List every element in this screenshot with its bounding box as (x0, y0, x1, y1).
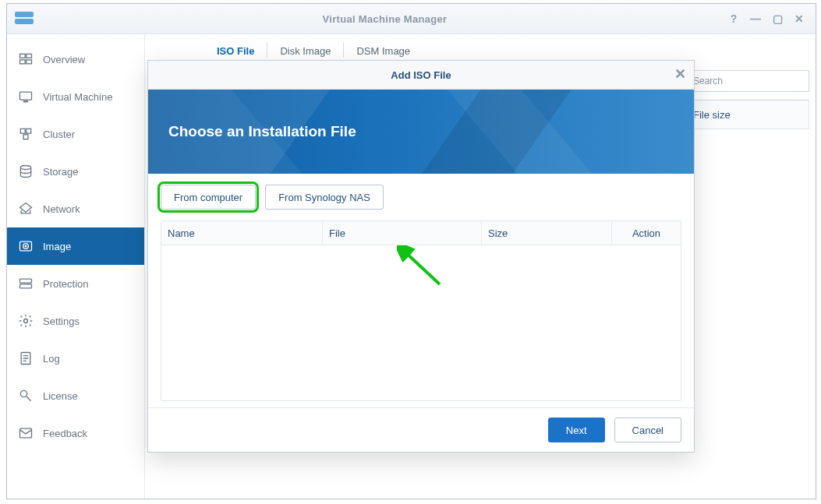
image-icon (18, 238, 34, 254)
search-input[interactable]: Search (686, 70, 809, 92)
sidebar-item-cluster[interactable]: Cluster (7, 115, 144, 153)
svg-point-12 (25, 245, 27, 247)
modal-close-icon[interactable]: ✕ (674, 67, 686, 81)
modal-footer: Next Cancel (148, 407, 694, 452)
app-window: Virtual Machine Manager ? — ▢ ✕ Overview… (6, 3, 816, 499)
cluster-icon (18, 126, 34, 142)
sidebar-item-label: Settings (43, 315, 80, 327)
svg-rect-18 (20, 428, 32, 438)
sidebar-item-label: Virtual Machine (43, 91, 112, 103)
sidebar-item-label: Feedback (43, 428, 87, 439)
overview-icon (18, 51, 34, 67)
sidebar-item-label: Storage (43, 166, 79, 178)
minimize-icon[interactable]: — (750, 13, 761, 24)
search-placeholder: Search (693, 76, 723, 86)
column-header-file[interactable]: File (323, 221, 482, 245)
from-computer-button[interactable]: From computer (161, 185, 256, 210)
svg-rect-10 (20, 241, 32, 251)
sidebar-item-overview[interactable]: Overview (7, 41, 144, 78)
cancel-button[interactable]: Cancel (614, 418, 681, 442)
sidebar-item-feedback[interactable]: Feedback (7, 414, 144, 452)
svg-rect-14 (20, 284, 32, 288)
column-header-action[interactable]: Action (612, 221, 681, 245)
app-icon (15, 12, 34, 26)
maximize-icon[interactable]: ▢ (772, 13, 783, 24)
sidebar-item-protection[interactable]: Protection (7, 265, 144, 302)
sidebar-item-label: License (43, 390, 78, 402)
svg-rect-13 (20, 279, 32, 283)
close-icon[interactable]: ✕ (794, 13, 805, 24)
sidebar-item-settings[interactable]: Settings (7, 302, 144, 340)
svg-rect-5 (24, 101, 28, 102)
next-button[interactable]: Next (548, 418, 605, 442)
svg-point-9 (20, 166, 30, 170)
help-icon[interactable]: ? (728, 13, 739, 24)
modal-banner: Choose an Installation File (148, 90, 694, 174)
sidebar-item-label: Network (43, 203, 80, 215)
svg-rect-0 (20, 54, 26, 58)
vm-icon (18, 89, 34, 104)
sidebar-item-virtual-machine[interactable]: Virtual Machine (7, 78, 144, 115)
protection-icon (18, 276, 34, 291)
storage-icon (18, 164, 34, 179)
svg-rect-6 (20, 129, 25, 133)
modal-title: Add ISO File (391, 69, 451, 81)
sidebar-item-log[interactable]: Log (7, 340, 144, 377)
svg-rect-8 (23, 135, 28, 139)
sidebar-item-license[interactable]: License (7, 377, 144, 414)
add-iso-modal: Add ISO File ✕ Choose an Installation Fi… (147, 60, 695, 453)
sidebar: Overview Virtual Machine Cluster Storage… (7, 34, 145, 499)
window-title: Virtual Machine Manager (41, 13, 728, 25)
column-header-filesize[interactable]: File size (685, 100, 809, 129)
svg-point-11 (23, 244, 29, 249)
sidebar-item-image[interactable]: Image (7, 227, 144, 265)
feedback-icon (18, 425, 34, 441)
sidebar-item-label: Overview (43, 54, 85, 65)
file-grid: Name File Size Action (161, 220, 681, 401)
gear-icon (18, 313, 34, 329)
sidebar-item-label: Protection (43, 278, 89, 290)
license-icon (18, 388, 34, 404)
column-header-size[interactable]: Size (482, 221, 612, 245)
modal-title-bar: Add ISO File ✕ (148, 61, 694, 90)
sidebar-item-label: Cluster (43, 129, 75, 140)
svg-rect-7 (27, 129, 31, 133)
sidebar-item-network[interactable]: Network (7, 190, 144, 227)
from-synology-nas-button[interactable]: From Synology NAS (265, 185, 384, 210)
svg-rect-2 (20, 60, 26, 64)
modal-heading: Choose an Installation File (168, 123, 356, 140)
sidebar-item-label: Image (43, 241, 71, 252)
grid-header: Name File Size Action (161, 221, 681, 245)
titlebar: Virtual Machine Manager ? — ▢ ✕ (7, 4, 816, 34)
grid-body-empty (161, 245, 681, 400)
svg-rect-3 (27, 60, 32, 64)
log-icon (18, 351, 34, 366)
sidebar-item-storage[interactable]: Storage (7, 153, 144, 190)
network-icon (18, 201, 34, 217)
column-header-name[interactable]: Name (161, 221, 323, 245)
svg-rect-4 (20, 92, 32, 100)
svg-point-17 (20, 390, 27, 397)
svg-point-15 (24, 319, 28, 323)
sidebar-item-label: Log (43, 353, 60, 365)
svg-rect-1 (27, 54, 32, 58)
